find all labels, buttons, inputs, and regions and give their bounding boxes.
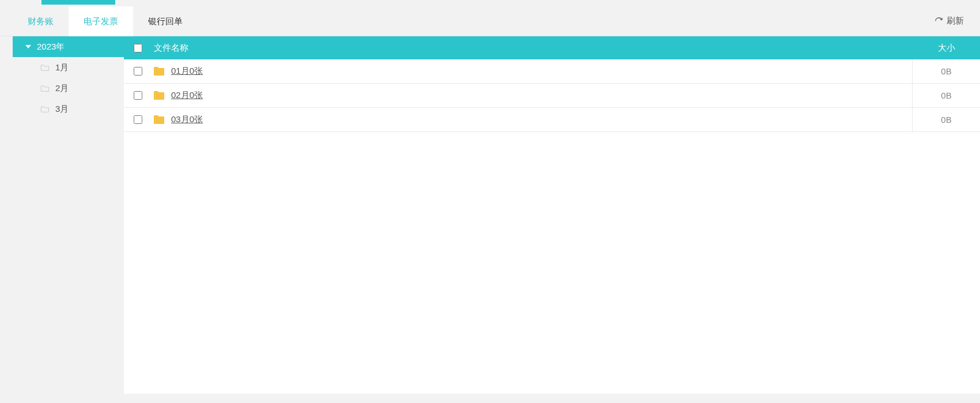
refresh-label: 刷新 [947, 16, 964, 27]
file-name-link[interactable]: 01月0张 [171, 66, 203, 77]
row-checkbox[interactable] [134, 91, 142, 100]
row-checkbox[interactable] [134, 67, 142, 76]
sidebar: 2023年 1月 2月 3月 [0, 36, 124, 394]
table-row: 03月0张 0B [124, 108, 980, 132]
folder-outline-icon [40, 63, 50, 71]
folder-icon [154, 115, 164, 124]
tab-finance[interactable]: 财务账 [13, 6, 69, 36]
table-row: 01月0张 0B [124, 59, 980, 84]
sidebar-month-item[interactable]: 1月 [0, 57, 124, 78]
refresh-button[interactable]: 刷新 [934, 16, 964, 27]
sidebar-year-label: 2023年 [37, 42, 65, 52]
tab-bank-receipt[interactable]: 银行回单 [133, 6, 198, 36]
header-checkbox-cell [124, 42, 152, 54]
body-area: 2023年 1月 2月 3月 文件名称 大小 0 [0, 36, 980, 394]
sidebar-year-node[interactable]: 2023年 [13, 36, 124, 57]
chevron-down-icon [25, 45, 31, 48]
header-row: 财务账 电子发票 银行回单 刷新 [0, 6, 980, 36]
tabs: 财务账 电子发票 银行回单 [13, 6, 198, 36]
top-bar [0, 0, 980, 6]
table-header: 文件名称 大小 [124, 36, 980, 59]
folder-icon [154, 91, 164, 100]
file-name-link[interactable]: 02月0张 [171, 90, 203, 101]
sidebar-month-item[interactable]: 2月 [0, 78, 124, 99]
select-all-checkbox[interactable] [134, 44, 142, 52]
row-checkbox[interactable] [134, 115, 142, 124]
refresh-icon [934, 17, 943, 25]
sidebar-month-label: 1月 [55, 62, 69, 73]
folder-outline-icon [40, 105, 50, 113]
file-size: 0B [912, 108, 980, 131]
sidebar-month-label: 3月 [55, 104, 69, 115]
file-table: 文件名称 大小 01月0张 0B 02月0张 0B [124, 36, 980, 394]
header-name: 文件名称 [152, 43, 912, 54]
folder-outline-icon [40, 84, 50, 92]
file-size: 0B [912, 84, 980, 107]
sidebar-month-item[interactable]: 3月 [0, 99, 124, 119]
header-size: 大小 [912, 43, 980, 54]
tab-einvoice[interactable]: 电子发票 [69, 6, 133, 36]
sidebar-month-label: 2月 [55, 83, 69, 94]
file-size: 0B [912, 59, 980, 83]
file-name-link[interactable]: 03月0张 [171, 114, 203, 125]
folder-icon [154, 67, 164, 76]
table-row: 02月0张 0B [124, 84, 980, 108]
top-accent-indicator [41, 0, 115, 5]
